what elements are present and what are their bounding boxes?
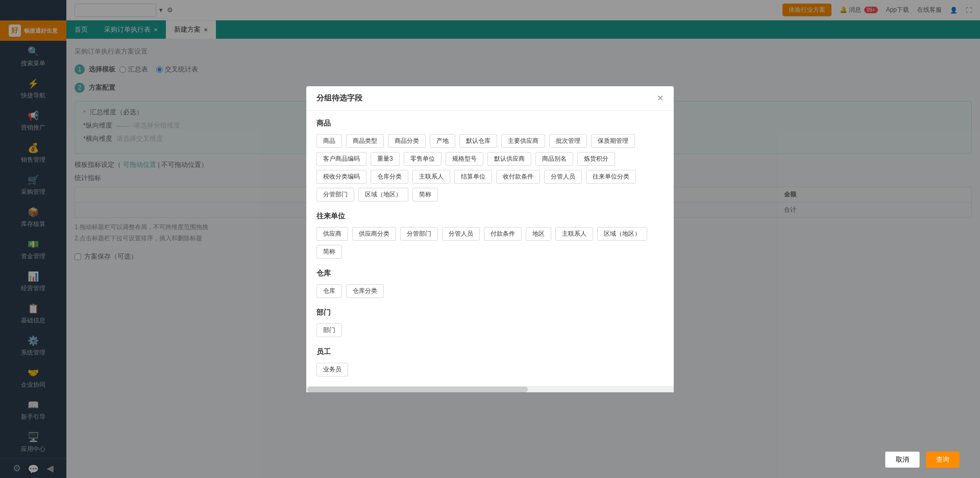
- field-tag-1-7[interactable]: 区域（地区）: [597, 227, 647, 241]
- field-tag-0-22[interactable]: 分管部门: [316, 188, 354, 202]
- field-tag-3-0[interactable]: 部门: [316, 323, 342, 337]
- section-tags-0: 商品商品类型商品分类产地默认仓库主要供应商批次管理保质期管理客户商品编码重量3零…: [316, 134, 664, 202]
- modal-section-2: 仓库仓库仓库分类: [316, 269, 664, 298]
- field-tag-0-3[interactable]: 产地: [430, 134, 455, 148]
- field-select-modal: 分组待选字段 ✕ 商品商品商品类型商品分类产地默认仓库主要供应商批次管理保质期管…: [306, 86, 674, 392]
- section-title-2: 仓库: [316, 269, 664, 278]
- modal-section-0: 商品商品商品类型商品分类产地默认仓库主要供应商批次管理保质期管理客户商品编码重量…: [316, 119, 664, 202]
- modal-hscrollbar[interactable]: [306, 386, 674, 392]
- field-tag-0-24[interactable]: 简称: [412, 188, 438, 202]
- cancel-button[interactable]: 取消: [885, 451, 920, 468]
- field-tag-2-1[interactable]: 仓库分类: [346, 284, 384, 298]
- field-tag-0-5[interactable]: 主要供应商: [501, 134, 545, 148]
- section-tags-4: 业务员: [316, 363, 664, 376]
- field-tag-1-4[interactable]: 付款条件: [484, 227, 522, 241]
- field-tag-0-21[interactable]: 往来单位分类: [586, 170, 636, 184]
- field-tag-0-12[interactable]: 默认供应商: [487, 152, 531, 166]
- modal-section-3: 部门部门: [316, 308, 664, 337]
- field-tag-0-1[interactable]: 商品类型: [346, 134, 384, 148]
- field-tag-0-8[interactable]: 客户商品编码: [316, 152, 366, 166]
- field-tag-0-10[interactable]: 零售单位: [404, 152, 442, 166]
- section-title-4: 员工: [316, 347, 664, 357]
- confirm-button[interactable]: 查询: [926, 451, 960, 468]
- field-tag-2-0[interactable]: 仓库: [316, 284, 342, 298]
- section-tags-1: 供应商供应商分类分管部门分管人员付款条件地区主联系人区域（地区）简称: [316, 227, 664, 259]
- section-tags-2: 仓库仓库分类: [316, 284, 664, 298]
- field-tag-1-1[interactable]: 供应商分类: [352, 227, 396, 241]
- field-tag-0-7[interactable]: 保质期管理: [591, 134, 635, 148]
- modal-body[interactable]: 商品商品商品类型商品分类产地默认仓库主要供应商批次管理保质期管理客户商品编码重量…: [306, 111, 674, 386]
- modal-title: 分组待选字段: [316, 93, 362, 103]
- field-tag-1-0[interactable]: 供应商: [316, 227, 348, 241]
- section-title-1: 往来单位: [316, 212, 664, 221]
- field-tag-0-14[interactable]: 炼货积分: [577, 152, 615, 166]
- section-title-3: 部门: [316, 308, 664, 317]
- field-tag-0-11[interactable]: 规格型号: [446, 152, 483, 166]
- field-tag-0-17[interactable]: 主联系人: [412, 170, 450, 184]
- field-tag-0-16[interactable]: 仓库分类: [371, 170, 408, 184]
- field-tag-0-2[interactable]: 商品分类: [388, 134, 426, 148]
- field-tag-1-3[interactable]: 分管人员: [442, 227, 480, 241]
- modal-header: 分组待选字段 ✕: [306, 86, 674, 111]
- field-tag-0-6[interactable]: 批次管理: [549, 134, 587, 148]
- field-tag-0-9[interactable]: 重量3: [371, 152, 400, 166]
- field-tag-0-20[interactable]: 分管人员: [544, 170, 582, 184]
- field-tag-0-19[interactable]: 收付款条件: [496, 170, 540, 184]
- field-tag-1-5[interactable]: 地区: [526, 227, 551, 241]
- field-tag-1-2[interactable]: 分管部门: [400, 227, 438, 241]
- field-tag-1-6[interactable]: 主联系人: [555, 227, 593, 241]
- modal-section-1: 往来单位供应商供应商分类分管部门分管人员付款条件地区主联系人区域（地区）简称: [316, 212, 664, 259]
- field-tag-0-4[interactable]: 默认仓库: [459, 134, 497, 148]
- section-tags-3: 部门: [316, 323, 664, 337]
- field-tag-0-15[interactable]: 税收分类编码: [316, 170, 366, 184]
- footer-buttons: 取消 查询: [885, 451, 960, 468]
- field-tag-0-18[interactable]: 结算单位: [454, 170, 492, 184]
- field-tag-4-0[interactable]: 业务员: [316, 363, 348, 376]
- field-tag-0-0[interactable]: 商品: [316, 134, 342, 148]
- field-tag-1-8[interactable]: 简称: [316, 245, 342, 259]
- field-tag-0-13[interactable]: 商品别名: [535, 152, 573, 166]
- modal-close-icon[interactable]: ✕: [657, 93, 664, 103]
- section-title-0: 商品: [316, 119, 664, 128]
- modal-section-4: 员工业务员: [316, 347, 664, 376]
- field-tag-0-23[interactable]: 区域（地区）: [358, 188, 408, 202]
